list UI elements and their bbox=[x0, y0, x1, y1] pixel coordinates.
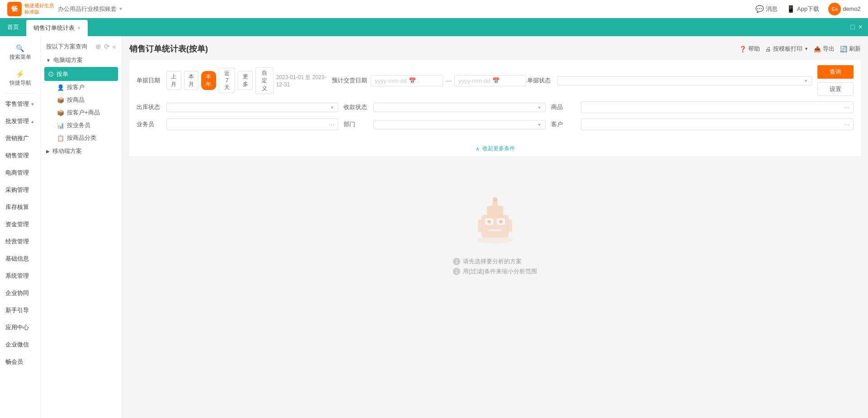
sidebar-item-sales[interactable]: 销售管理 bbox=[0, 147, 40, 164]
refresh-button[interactable]: 🔄 刷新 bbox=[840, 45, 861, 53]
logo-area: 畅 畅捷通好生意 标准版 bbox=[7, 2, 54, 16]
date-btn-last-month[interactable]: 上月 bbox=[166, 71, 181, 90]
out-status-select[interactable] bbox=[166, 103, 338, 112]
export-button[interactable]: 📤 导出 bbox=[814, 45, 835, 53]
tree-item-by-customer[interactable]: 👤 按客户 bbox=[52, 81, 122, 94]
user-menu[interactable]: Ea demo2 bbox=[828, 3, 861, 15]
sidebar-item-guide[interactable]: 新手引导 bbox=[0, 302, 40, 319]
empty-state: 1 请先选择要分析的方案 2 用[过滤]条件来缩小分析范围 bbox=[129, 156, 861, 314]
sidebar-item-purchase[interactable]: 采购管理 bbox=[0, 181, 40, 199]
tab-minimize-icon[interactable]: □ bbox=[850, 23, 855, 31]
tree-item-by-customer-goods[interactable]: 📦 按客户+商品 bbox=[52, 106, 122, 119]
date-dash: — bbox=[446, 77, 452, 84]
settings-button[interactable]: 设置 bbox=[817, 82, 854, 96]
date-label: 单据日期 bbox=[137, 76, 164, 85]
salesperson-icon: 📊 bbox=[57, 122, 64, 129]
tree-item-by-category[interactable]: 📋 按商品分类 bbox=[52, 132, 122, 144]
tree-item-by-order[interactable]: ⊙ 按单 bbox=[44, 67, 118, 81]
collapse-button[interactable]: ∧ 收起更多条件 bbox=[476, 145, 515, 152]
receipt-dropdown-icon bbox=[538, 105, 542, 110]
tree-mobile-group[interactable]: ▶ 移动端方案 bbox=[41, 144, 122, 158]
tree-item-by-salesperson[interactable]: 📊 按业务员 bbox=[52, 119, 122, 132]
salesperson-more-icon[interactable]: ··· bbox=[329, 121, 335, 128]
svg-point-5 bbox=[499, 220, 503, 223]
sidebar-item-enterprise[interactable]: 企业协同 bbox=[0, 285, 40, 302]
add-scheme-icon[interactable]: ⊕ bbox=[95, 43, 101, 51]
tree-item-by-goods[interactable]: 📦 按商品 bbox=[52, 94, 122, 106]
date-btn-this-month[interactable]: 本月 bbox=[184, 71, 199, 90]
sidebar-quick-nav[interactable]: ⚡ 快捷导航 bbox=[0, 66, 40, 91]
goods-more-icon[interactable]: ··· bbox=[844, 104, 849, 111]
filter-row-3: 业务员 ··· 部门 客户 bbox=[137, 119, 854, 130]
sidebar-item-basic[interactable]: 基础信息 bbox=[0, 250, 40, 267]
sidebar-item-wechat[interactable]: 企业微信 bbox=[0, 336, 40, 353]
empty-tip-2: 2 用[过滤]条件来缩小分析范围 bbox=[453, 267, 537, 276]
template-print-button[interactable]: 🖨 按模板打印 ▼ bbox=[765, 45, 808, 53]
date-btn-more[interactable]: 更多 bbox=[238, 71, 253, 90]
dept-select[interactable] bbox=[373, 120, 545, 129]
expected-date-start[interactable]: yyyy-mm-dd 📅 bbox=[371, 75, 443, 86]
sidebar-item-ecommerce[interactable]: 电商管理 bbox=[0, 164, 40, 181]
customer-scheme-icon: 👤 bbox=[57, 84, 64, 91]
receipt-status-select[interactable] bbox=[373, 103, 545, 112]
calendar-icon: 📅 bbox=[409, 77, 416, 84]
retail-arrow-icon: ▼ bbox=[30, 102, 35, 107]
sidebar-item-inventory[interactable]: 库存核算 bbox=[0, 199, 40, 216]
status-select[interactable] bbox=[557, 76, 812, 86]
sidebar-item-retail[interactable]: 零售管理 ▼ bbox=[0, 95, 40, 113]
customer-select[interactable]: ··· bbox=[581, 119, 854, 130]
expected-date-end[interactable]: yyyy-mm-dd 📅 bbox=[454, 75, 527, 86]
sidebar-item-marketing[interactable]: 营销推广 bbox=[0, 130, 40, 147]
category-icon: 📋 bbox=[57, 135, 64, 142]
tree-expand-arrow-icon: ▼ bbox=[46, 58, 51, 63]
collapse-panel-icon[interactable]: « bbox=[113, 43, 116, 51]
wholesale-arrow-icon: ▲ bbox=[30, 119, 35, 124]
tab-home[interactable]: 首页 bbox=[0, 18, 26, 36]
tree-desktop-group[interactable]: ▼ 电脑端方案 bbox=[41, 53, 122, 67]
sidebar-item-finance[interactable]: 资金管理 bbox=[0, 216, 40, 233]
receipt-status-label: 收款状态 bbox=[344, 103, 371, 111]
tab-close-all-icon[interactable]: × bbox=[859, 23, 863, 31]
breadcrumb-arrow-icon[interactable]: ▼ bbox=[118, 6, 123, 11]
query-button[interactable]: 查询 bbox=[817, 65, 854, 79]
sidebar-search[interactable]: 🔍 搜索菜单 bbox=[0, 40, 40, 66]
tab-sales-order[interactable]: 销售订单统计表 × bbox=[26, 20, 88, 36]
sidebar-item-system[interactable]: 系统管理 bbox=[0, 267, 40, 285]
goods-select[interactable]: ··· bbox=[581, 101, 854, 113]
salesperson-group: 业务员 ··· bbox=[137, 119, 338, 130]
sidebar-item-member[interactable]: 畅会员 bbox=[0, 353, 40, 370]
date-btn-custom[interactable]: 自定义 bbox=[255, 67, 274, 94]
customer-group: 客户 ··· bbox=[551, 119, 854, 130]
sidebar-divider bbox=[4, 93, 36, 94]
empty-tip-1: 1 请先选择要分析的方案 bbox=[453, 257, 537, 266]
tip-num-2: 2 bbox=[453, 268, 460, 275]
left-panel-title: 按以下方案查询 bbox=[46, 43, 87, 51]
collapse-icon: ∧ bbox=[476, 146, 480, 152]
svg-rect-1 bbox=[481, 215, 509, 238]
cust-goods-icon: 📦 bbox=[57, 109, 64, 116]
app-download-button[interactable]: 📱 App下载 bbox=[787, 5, 819, 13]
tip-num-1: 1 bbox=[453, 258, 460, 265]
date-btn-this-year[interactable]: 本年 bbox=[201, 71, 216, 90]
svg-rect-10 bbox=[478, 219, 482, 232]
sidebar-item-operation[interactable]: 经营管理 bbox=[0, 233, 40, 250]
logo-icon: 畅 bbox=[7, 2, 22, 16]
help-icon: ❓ bbox=[739, 46, 746, 52]
tab-close-icon[interactable]: × bbox=[77, 25, 80, 31]
order-scheme-icon: ⊙ bbox=[48, 70, 54, 78]
svg-rect-6 bbox=[488, 229, 502, 231]
customer-more-icon[interactable]: ··· bbox=[844, 121, 849, 128]
sidebar-item-wholesale[interactable]: 批发管理 ▲ bbox=[0, 113, 40, 130]
help-button[interactable]: ❓ 帮助 bbox=[739, 45, 760, 53]
filter-body: 单据日期 上月 本月 本年 近7天 更多 自定义 2023-01-01 至 20… bbox=[129, 60, 861, 141]
breadcrumb-area[interactable]: 办公用品行业模拟账套 ▼ bbox=[58, 5, 123, 13]
sidebar: 🔍 搜索菜单 ⚡ 快捷导航 零售管理 ▼ 批发管理 ▲ 营销推广 销售管理 电商… bbox=[0, 36, 41, 418]
svg-rect-11 bbox=[508, 219, 512, 232]
date-buttons: 上月 本月 本年 近7天 更多 自定义 bbox=[166, 67, 274, 94]
message-button[interactable]: 💬 消息 bbox=[755, 5, 778, 13]
date-btn-last-7-days[interactable]: 近7天 bbox=[219, 68, 236, 93]
refresh-scheme-icon[interactable]: ⟳ bbox=[104, 43, 110, 51]
salesperson-select[interactable]: ··· bbox=[166, 119, 338, 130]
sidebar-item-appcenter[interactable]: 应用中心 bbox=[0, 319, 40, 336]
goods-label: 商品 bbox=[551, 103, 578, 111]
